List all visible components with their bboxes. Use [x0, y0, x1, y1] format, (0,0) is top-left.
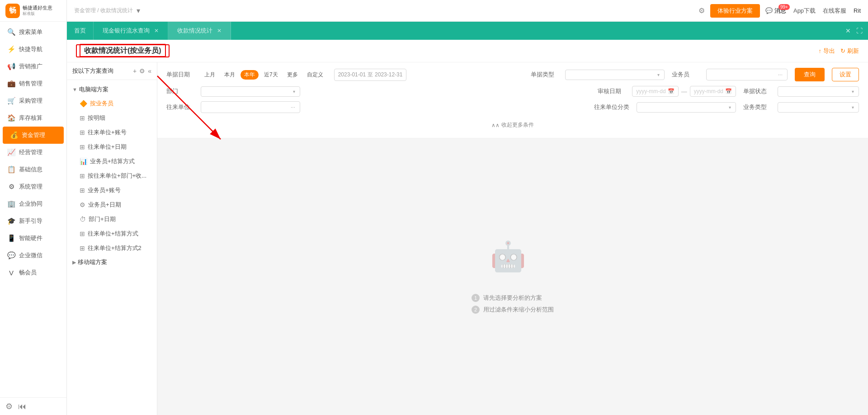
date-shortcut-本年[interactable]: 本年: [241, 70, 259, 80]
date-shortcut-更多[interactable]: 更多: [283, 70, 302, 80]
nav-icon-9: ⚙: [7, 183, 15, 191]
partner-category-dropdown[interactable]: ▾: [637, 102, 736, 113]
sidebar-item-3[interactable]: 💼销售管理: [0, 75, 66, 92]
sidebar-item-5[interactable]: 🏠库存核算: [0, 109, 66, 127]
tree-item-0-8[interactable]: ⏱部门+日期: [67, 212, 157, 226]
sidebar-item-12[interactable]: 📱智能硬件: [0, 230, 66, 247]
sidebar-item-11[interactable]: 🎓新手引导: [0, 212, 66, 230]
sidebar-item-2[interactable]: 📢营销推广: [0, 58, 66, 75]
tip-text-2: 用过滤条件来缩小分析范围: [483, 306, 554, 314]
tab-bank-flow[interactable]: 现金银行流水查询 ✕: [94, 22, 168, 40]
maximize-window-icon[interactable]: ⛶: [856, 27, 863, 34]
tree-item-0-5[interactable]: ⊞按往来单位+部门+收...: [67, 169, 157, 183]
tree-group-header-0[interactable]: ▼电脑端方案: [67, 83, 157, 96]
nav-icon-4: 🛒: [7, 97, 15, 105]
tree-item-0-2[interactable]: ⊞往来单位+账号: [67, 125, 157, 140]
doc-status-label: 单据状态: [743, 87, 770, 95]
user-name: Rit: [854, 7, 861, 14]
industry-solution-button[interactable]: 体验行业方案: [710, 4, 760, 18]
date-shortcut-自定义[interactable]: 自定义: [303, 70, 327, 80]
refresh-button[interactable]: ↻ 刷新: [840, 47, 859, 55]
collapse-panel-button[interactable]: «: [148, 67, 151, 75]
close-window-icon[interactable]: ✕: [845, 27, 851, 34]
doc-type-dropdown[interactable]: ▾: [565, 70, 665, 80]
message-icon: 💬: [765, 7, 773, 14]
sidebar-item-0[interactable]: 🔍搜索菜单: [0, 24, 66, 41]
tree-item-0-10[interactable]: ⊞往来单位+结算方式2: [67, 241, 157, 255]
sidebar-item-8[interactable]: 📋基础信息: [0, 161, 66, 178]
dropdown-icon[interactable]: ▾: [137, 6, 140, 15]
tree-item-0-9[interactable]: ⊞往来单位+结算方式: [67, 226, 157, 241]
app-download-link[interactable]: App下载: [793, 7, 816, 15]
date-to: 2023-12-31: [375, 71, 402, 78]
tree-item-0-3[interactable]: ⊞往来单位+日期: [67, 140, 157, 154]
tree-item-0-0[interactable]: 🔶按业务员: [67, 96, 157, 111]
sidebar-item-10[interactable]: 🏢企业协同: [0, 195, 66, 212]
tab-collection-close[interactable]: ✕: [217, 28, 222, 34]
date-range-input[interactable]: 2023-01-01 至 2023-12-31: [334, 69, 407, 81]
collapse-filter-button[interactable]: ∧∧ 收起更多条件: [166, 118, 859, 132]
sidebar-item-7[interactable]: 📈经营管理: [0, 144, 66, 161]
scheme-tree: ▼电脑端方案🔶按业务员⊞按明细⊞往来单位+账号⊞往来单位+日期📊业务员+结算方式…: [67, 80, 157, 415]
sidebar-item-4[interactable]: 🛒采购管理: [0, 92, 66, 109]
doc-status-dropdown[interactable]: ▾: [778, 86, 859, 97]
salesman-more[interactable]: ···: [778, 71, 783, 78]
sidebar-item-14[interactable]: V畅会员: [0, 264, 66, 281]
review-date-to[interactable]: yyyy-mm-dd 📅: [690, 86, 736, 97]
nav-label-14: 畅会员: [19, 269, 37, 277]
notification-area[interactable]: 💬 99+ 消息: [765, 7, 786, 15]
tree-item-0-7[interactable]: ⚙业务员+日期: [67, 198, 157, 212]
date-shortcut-上月[interactable]: 上月: [201, 70, 219, 80]
tab-bank-close[interactable]: ✕: [154, 28, 159, 34]
nav-label-9: 系统管理: [19, 183, 42, 191]
tab-collection-stats[interactable]: 收款情况统计 ✕: [168, 22, 231, 40]
tree-item-icon-0-2: ⊞: [80, 129, 85, 136]
nav-icon-13: 💬: [7, 251, 15, 259]
tip-text-1: 请先选择要分析的方案: [483, 294, 542, 302]
settings-icon[interactable]: ⚙: [5, 401, 13, 411]
scheme-settings-button[interactable]: ⚙: [139, 67, 145, 75]
tab-bank-label: 现金银行流水查询: [103, 27, 150, 35]
salesman-dropdown[interactable]: ···: [706, 69, 788, 80]
nav-icon-8: 📋: [7, 165, 15, 174]
review-from-placeholder: yyyy-mm-dd: [636, 88, 665, 94]
online-service-link[interactable]: 在线客服: [823, 7, 846, 15]
filter-row-3: 往来单位 ··· 往来单位分类 ▾ 业务类型: [166, 101, 859, 113]
page-header: 收款情况统计(按业务员) ↑ 导出 ↻ 刷新: [67, 40, 868, 62]
add-scheme-button[interactable]: +: [133, 67, 137, 75]
nav-label-10: 企业协同: [19, 200, 42, 208]
sidebar-item-6[interactable]: 💰资金管理: [3, 127, 64, 144]
doc-status-arrow: ▾: [852, 89, 854, 94]
tree-item-icon-0-3: ⊞: [80, 143, 85, 151]
nav-label-3: 销售管理: [19, 80, 42, 88]
empty-tip-1: 1 请先选择要分析的方案: [472, 294, 554, 302]
tab-home[interactable]: 首页: [67, 22, 94, 40]
tree-item-0-4[interactable]: 📊业务员+结算方式: [67, 154, 157, 169]
tree-item-0-1[interactable]: ⊞按明细: [67, 111, 157, 125]
partner-more[interactable]: ···: [291, 104, 295, 110]
tree-group-header-1[interactable]: ▶移动端方案: [67, 255, 157, 269]
breadcrumb: 资金管理 / 收款情况统计 ▾: [74, 6, 693, 15]
tree-item-icon-0-10: ⊞: [80, 245, 85, 252]
nav-label-2: 营销推广: [19, 62, 42, 71]
review-date-from[interactable]: yyyy-mm-dd 📅: [632, 86, 678, 97]
export-icon: ↑: [819, 47, 822, 54]
biz-type-dropdown[interactable]: ▾: [778, 102, 859, 113]
sidebar-item-1[interactable]: ⚡快捷导航: [0, 41, 66, 58]
nav-label-8: 基础信息: [19, 165, 42, 174]
sidebar-item-9[interactable]: ⚙系统管理: [0, 178, 66, 195]
dept-dropdown-arrow: ▾: [293, 89, 295, 94]
date-shortcut-本月[interactable]: 本月: [221, 70, 239, 80]
date-shortcut-近7天[interactable]: 近7天: [260, 70, 282, 80]
partner-dropdown[interactable]: ···: [201, 101, 300, 113]
right-panel: 单据日期 上月本月本年近7天更多自定义 2023-01-01 至 2023-12…: [157, 62, 868, 415]
settings-button[interactable]: 设置: [832, 68, 859, 81]
export-button[interactable]: ↑ 导出: [819, 47, 835, 55]
tree-item-0-6[interactable]: ⊞业务员+账号: [67, 183, 157, 198]
gear-icon[interactable]: ⚙: [698, 6, 705, 15]
dept-dropdown[interactable]: ▾: [201, 86, 300, 97]
panel-header-actions: + ⚙ «: [133, 67, 151, 75]
sidebar-item-13[interactable]: 💬企业微信: [0, 247, 66, 264]
collapse-sidebar-icon[interactable]: ⏮: [18, 402, 26, 411]
query-button[interactable]: 查询: [795, 68, 825, 81]
